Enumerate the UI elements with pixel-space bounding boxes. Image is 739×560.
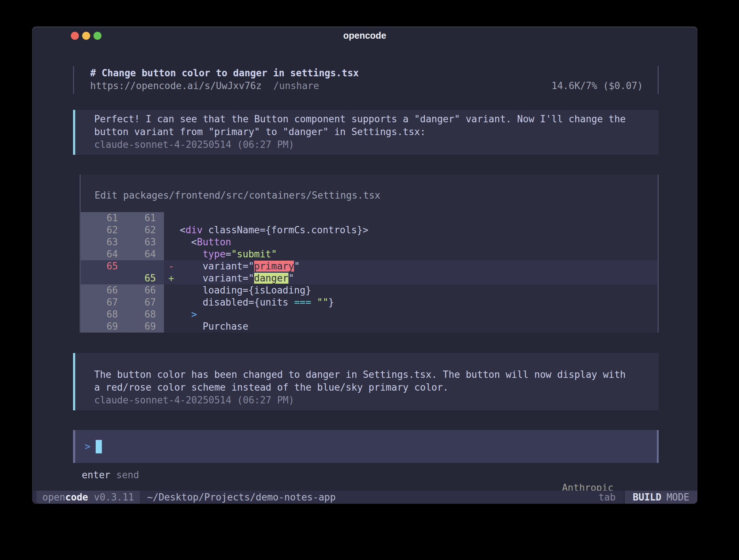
diff-row: 6666 loading={isLoading} <box>81 284 658 296</box>
diff-line-numbers: 6363 <box>81 236 164 248</box>
app-name-code: code <box>65 491 88 504</box>
mode-label-rest: MODE <box>666 491 689 504</box>
share-url-link[interactable]: https://opencode.ai/s/UwJxv76z <box>90 80 262 92</box>
app-version: v0.3.11 <box>94 491 134 504</box>
diff-row: 6868 > <box>81 308 658 321</box>
opencode-window: opencode # Change button color to danger… <box>32 27 697 504</box>
diff-line-numbers: 6767 <box>81 296 164 308</box>
message-text-line: The button color has been changed to dan… <box>94 368 651 381</box>
diff-row: 6363 <Button <box>81 236 658 248</box>
diff-line-numbers: 6666 <box>81 284 164 296</box>
tab-key-hint: tab <box>598 491 616 504</box>
diff-code-line: <div className={formCs.controls}> <box>164 224 658 236</box>
message-text-line: button variant from "primary" to "danger… <box>94 126 651 138</box>
session-share-row: https://opencode.ai/s/UwJxv76z /unshare … <box>90 80 643 92</box>
diff-row: 65- variant="primary" <box>81 260 658 272</box>
app-name-open: open <box>42 491 65 504</box>
diff-line-numbers: 65 <box>81 272 164 284</box>
working-directory: ~/Desktop/Projects/demo-notes-app <box>147 491 336 504</box>
token-usage: 14.6K/7% ($0.07) <box>552 80 643 92</box>
message-text-line: Perfect! I can see that the Button compo… <box>94 113 651 126</box>
assistant-message: Perfect! I can see that the Button compo… <box>73 110 659 155</box>
diff-line-numbers: 6161 <box>81 212 164 224</box>
diff-row: 6464 type="submit" <box>81 248 658 260</box>
diff-row: 65+ variant="danger" <box>81 272 658 284</box>
edit-tool-title: Edit packages/frontend/src/containers/Se… <box>81 189 658 202</box>
diff-code-line: Purchase <box>164 321 658 333</box>
diff-line-numbers: 6969 <box>81 321 164 333</box>
main-content: # Change button color to danger in setti… <box>32 66 697 504</box>
status-bar-right: tab BUILD MODE <box>598 491 697 504</box>
diff-code-line: + variant="danger" <box>164 272 658 284</box>
message-model-timestamp: claude-sonnet-4-20250514 (06:27 PM) <box>94 138 651 151</box>
diff-code-line <box>164 212 658 224</box>
edit-tool-card: Edit packages/frontend/src/containers/Se… <box>80 174 659 333</box>
status-bar: opencode v0.3.11 ~/Desktop/Projects/demo… <box>32 491 697 504</box>
diff-code-line: loading={isLoading} <box>164 284 658 296</box>
diff-line-numbers: 6262 <box>81 224 164 236</box>
app-version-segment: opencode v0.3.11 <box>37 491 140 504</box>
message-model-timestamp: claude-sonnet-4-20250514 (06:27 PM) <box>94 394 651 407</box>
diff-code-line: disabled={units === ""} <box>164 296 658 308</box>
diff-row: 6767 disabled={units === ""} <box>81 296 658 308</box>
window-title: opencode <box>32 27 697 43</box>
unshare-command[interactable]: /unshare <box>273 80 319 92</box>
diff-row: 6262 <div className={formCs.controls}> <box>81 224 658 236</box>
diff-line-numbers: 6868 <box>81 308 164 321</box>
assistant-message: The button color has been changed to dan… <box>73 353 659 410</box>
titlebar: opencode <box>32 27 697 43</box>
diff-row: 6161 <box>81 212 658 224</box>
diff-line-numbers: 65 <box>81 260 164 272</box>
diff-code-line: - variant="primary" <box>164 260 658 272</box>
text-cursor <box>96 440 102 453</box>
diff-code-line: type="submit" <box>164 248 658 260</box>
diff-view: 61616262 <div className={formCs.controls… <box>81 212 658 333</box>
mode-label-bold: BUILD <box>633 491 661 504</box>
mode-toggle[interactable]: BUILD MODE <box>624 491 697 504</box>
diff-code-line: <Button <box>164 236 658 248</box>
session-header: # Change button color to danger in setti… <box>73 66 659 94</box>
message-text-line: a red/rose color scheme instead of the b… <box>94 381 651 394</box>
diff-line-numbers: 6464 <box>81 248 164 260</box>
diff-code-line: > <box>164 308 658 321</box>
session-title: # Change button color to danger in setti… <box>90 67 643 80</box>
prompt-input[interactable]: > <box>73 430 659 463</box>
diff-row: 6969 Purchase <box>81 321 658 333</box>
prompt-symbol: > <box>85 441 91 452</box>
